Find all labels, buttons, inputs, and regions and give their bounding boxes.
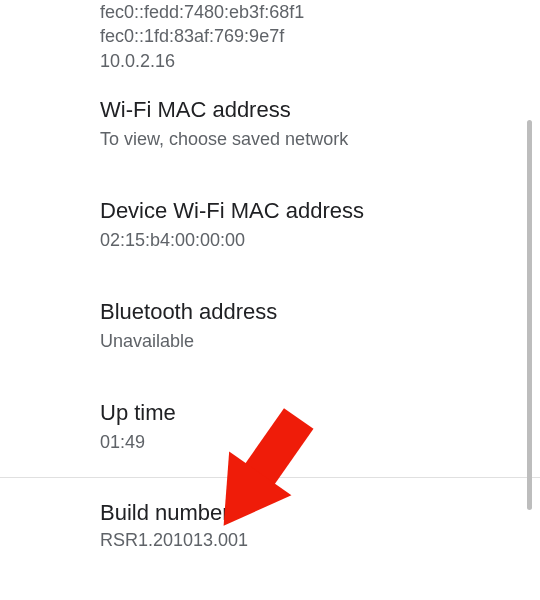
arrow-annotation-icon: [194, 400, 324, 544]
bluetooth-item[interactable]: Bluetooth address Unavailable: [0, 275, 540, 376]
wifi-mac-title: Wi-Fi MAC address: [100, 97, 500, 123]
wifi-mac-sub: To view, choose saved network: [100, 129, 500, 150]
device-wifi-mac-title: Device Wi-Fi MAC address: [100, 198, 500, 224]
device-wifi-mac-sub: 02:15:b4:00:00:00: [100, 230, 500, 251]
ip-line: fec0::fedd:7480:eb3f:68f1: [100, 0, 540, 24]
wifi-mac-item[interactable]: Wi-Fi MAC address To view, choose saved …: [0, 73, 540, 174]
device-wifi-mac-item[interactable]: Device Wi-Fi MAC address 02:15:b4:00:00:…: [0, 174, 540, 275]
bluetooth-title: Bluetooth address: [100, 299, 500, 325]
ip-line: 10.0.2.16: [100, 49, 540, 73]
ip-addresses: fec0::fedd:7480:eb3f:68f1 fec0::1fd:83af…: [0, 0, 540, 73]
bluetooth-sub: Unavailable: [100, 331, 500, 352]
scrollbar[interactable]: [527, 120, 532, 510]
ip-line: fec0::1fd:83af:769:9e7f: [100, 24, 540, 48]
